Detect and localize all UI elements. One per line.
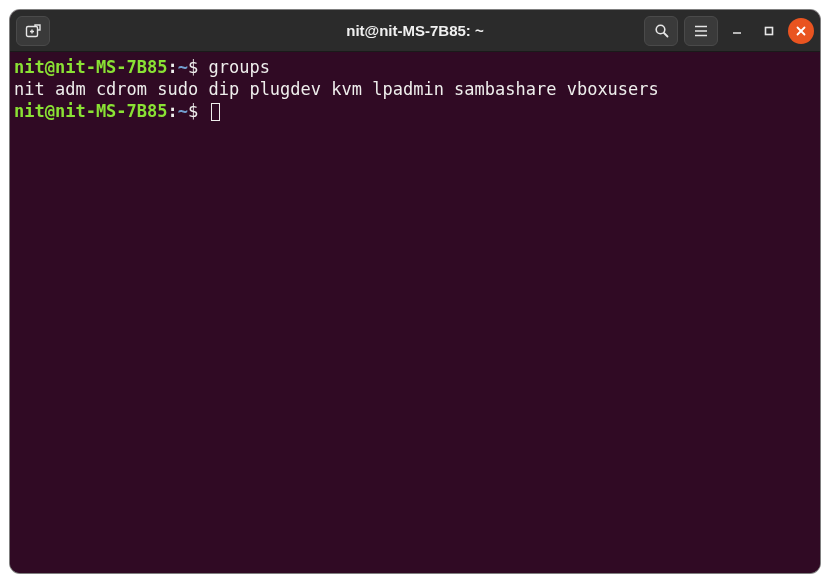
new-tab-icon <box>25 24 41 38</box>
terminal-body[interactable]: nit@nit-MS-7B85:~$ groups nit adm cdrom … <box>10 52 820 573</box>
hamburger-icon <box>694 25 708 37</box>
prompt-path: ~ <box>178 57 188 77</box>
new-tab-button[interactable] <box>16 16 50 46</box>
menu-button[interactable] <box>684 16 718 46</box>
cursor <box>211 103 220 121</box>
close-icon <box>795 25 807 37</box>
prompt-colon: : <box>168 57 178 77</box>
maximize-icon <box>763 25 775 37</box>
titlebar-left-group <box>16 16 50 46</box>
minimize-icon <box>731 25 743 37</box>
svg-line-4 <box>664 33 668 37</box>
command-text: groups <box>209 57 270 77</box>
prompt-user-host: nit@nit-MS-7B85 <box>14 57 168 77</box>
titlebar-right-group <box>644 16 814 46</box>
command-output: nit adm cdrom sudo dip plugdev kvm lpadm… <box>14 79 659 99</box>
prompt-user-host: nit@nit-MS-7B85 <box>14 101 168 121</box>
search-button[interactable] <box>644 16 678 46</box>
maximize-button[interactable] <box>756 18 782 44</box>
svg-rect-9 <box>766 27 773 34</box>
prompt-dollar: $ <box>188 57 208 77</box>
close-button[interactable] <box>788 18 814 44</box>
titlebar: nit@nit-MS-7B85: ~ <box>10 10 820 52</box>
terminal-window: nit@nit-MS-7B85: ~ <box>10 10 820 573</box>
window-title: nit@nit-MS-7B85: ~ <box>346 22 484 39</box>
minimize-button[interactable] <box>724 18 750 44</box>
prompt-colon: : <box>168 101 178 121</box>
search-icon <box>654 23 669 38</box>
prompt-dollar: $ <box>188 101 208 121</box>
prompt-path: ~ <box>178 101 188 121</box>
